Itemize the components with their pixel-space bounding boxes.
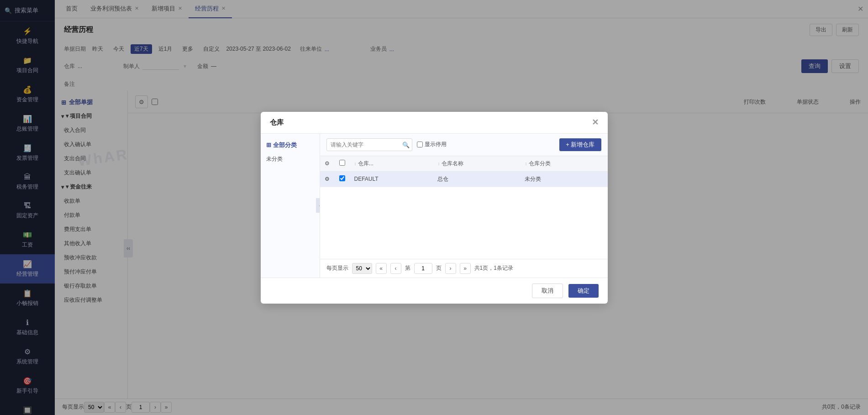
modal-page-suffix: 页 xyxy=(436,264,442,272)
add-warehouse-button[interactable]: + 新增仓库 xyxy=(559,138,601,151)
warehouse-modal: 仓库 ✕ ⊞ 全部分类 ‹ 未分类 🔍 xyxy=(261,112,608,304)
cancel-button[interactable]: 取消 xyxy=(532,284,563,298)
modal-left-collapse-btn[interactable]: ‹ xyxy=(316,198,320,213)
search-icon-btn[interactable]: 🔍 xyxy=(402,141,410,148)
modal-left-panel: ⊞ 全部分类 ‹ 未分类 xyxy=(261,134,320,278)
col-name-sort-icon[interactable]: ↕ xyxy=(437,161,440,166)
search-wrapper: 🔍 xyxy=(326,138,412,151)
modal-close-button[interactable]: ✕ xyxy=(592,118,599,126)
modal-table-head: ⚙ ↕ 仓库... ↕ xyxy=(320,156,608,172)
modal-page-size-label: 每页显示 xyxy=(326,264,348,272)
select-all-modal-checkbox[interactable] xyxy=(339,160,345,166)
modal-table: ⚙ ↕ 仓库... ↕ xyxy=(320,156,608,187)
modal-pagination: 每页显示 50 « ‹ 第 页 › » 共1页，1条记录 xyxy=(320,259,608,278)
show-disabled-checkbox-label[interactable]: 显示停用 xyxy=(417,141,447,148)
col-settings: ⚙ xyxy=(320,156,335,172)
row-code-value: DEFAULT xyxy=(354,176,379,182)
modal-table-body: ⚙ DEFAULT 总仓 xyxy=(320,171,608,187)
col-settings-icon[interactable]: ⚙ xyxy=(325,160,330,167)
modal-page-input[interactable] xyxy=(414,263,432,274)
modal-right: 🔍 显示停用 + 新增仓库 ⚙ xyxy=(320,134,608,278)
modal-last-page-btn[interactable]: » xyxy=(460,263,471,274)
show-disabled-label: 显示停用 xyxy=(425,141,447,148)
row-code-cell: DEFAULT xyxy=(350,171,433,187)
modal-left-title: 全部分类 xyxy=(273,141,297,149)
col-warehouse-code: ↕ 仓库... xyxy=(350,156,433,172)
modal-left-item-unclassified[interactable]: 未分类 xyxy=(261,152,320,166)
show-disabled-checkbox[interactable] xyxy=(417,142,423,147)
modal-title: 仓库 xyxy=(270,118,284,127)
row-settings-cell: ⚙ xyxy=(320,171,335,187)
table-row[interactable]: ⚙ DEFAULT 总仓 xyxy=(320,171,608,187)
modal-header: 仓库 ✕ xyxy=(261,112,608,134)
row-name-cell: 总仓 xyxy=(433,171,520,187)
row-checkbox[interactable] xyxy=(339,175,345,181)
row-name-value: 总仓 xyxy=(437,176,448,182)
col-code-sort-icon[interactable]: ↕ xyxy=(354,161,357,166)
modal-first-page-btn[interactable]: « xyxy=(376,263,387,274)
modal-toolbar: 🔍 显示停用 + 新增仓库 xyxy=(320,134,608,156)
col-warehouse-name: ↕ 仓库名称 xyxy=(433,156,520,172)
modal-footer: 取消 确定 xyxy=(261,278,608,304)
modal-overlay[interactable]: 仓库 ✕ ⊞ 全部分类 ‹ 未分类 🔍 xyxy=(0,0,868,415)
modal-left-header: ⊞ 全部分类 xyxy=(261,138,320,152)
row-category-value: 未分类 xyxy=(525,176,541,182)
row-category-cell: 未分类 xyxy=(520,171,607,187)
row-settings-icon[interactable]: ⚙ xyxy=(325,176,330,182)
col-warehouse-category: ↕ 仓库分类 xyxy=(520,156,607,172)
modal-body: ⊞ 全部分类 ‹ 未分类 🔍 显示停用 xyxy=(261,134,608,278)
modal-page-label: 第 xyxy=(405,264,410,272)
modal-table-header-row: ⚙ ↕ 仓库... ↕ xyxy=(320,156,608,172)
grid-icon-modal: ⊞ xyxy=(266,142,271,148)
col-cat-sort-icon[interactable]: ↕ xyxy=(525,161,527,166)
modal-next-page-btn[interactable]: › xyxy=(445,263,456,274)
modal-total-label: 共1页，1条记录 xyxy=(474,264,513,272)
modal-table-wrap: ⚙ ↕ 仓库... ↕ xyxy=(320,156,608,259)
modal-prev-page-btn[interactable]: ‹ xyxy=(390,263,401,274)
confirm-button[interactable]: 确定 xyxy=(568,284,599,298)
modal-search-input[interactable] xyxy=(326,138,412,151)
modal-page-size-select[interactable]: 50 xyxy=(352,263,372,274)
row-checkbox-cell xyxy=(335,171,350,187)
col-checkbox-header xyxy=(335,156,350,172)
